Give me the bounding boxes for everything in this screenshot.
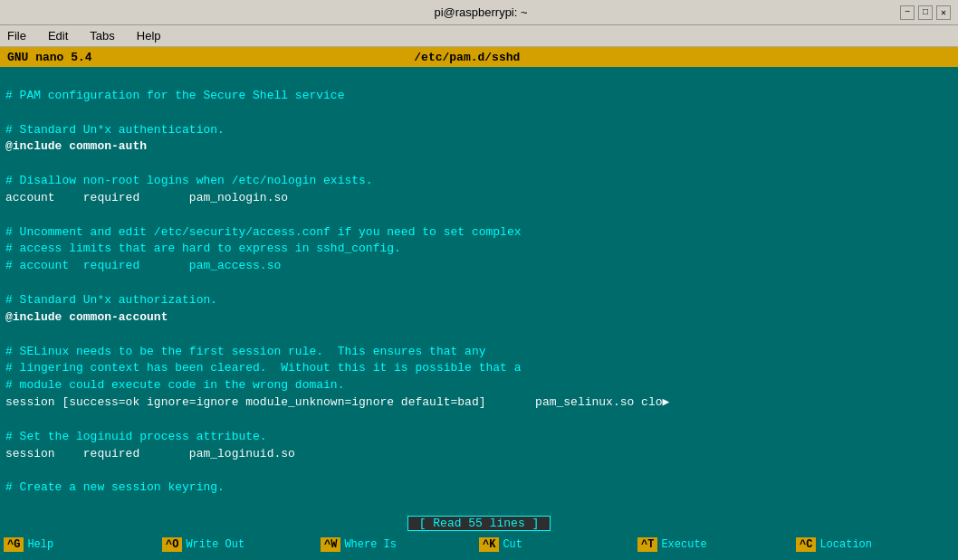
- titlebar-title: pi@raspberrypi: ~: [62, 5, 900, 19]
- menu-edit[interactable]: Edit: [44, 27, 72, 44]
- line-13: # Standard Un*x authorization.: [5, 293, 217, 307]
- label-location: Location: [819, 538, 872, 551]
- shortcut-cut: ^K Cut: [479, 537, 634, 552]
- line-22: session required pam_loginuid.so: [5, 447, 295, 460]
- line-14: @include common-account: [5, 310, 168, 324]
- key-writeout[interactable]: ^O: [162, 537, 182, 552]
- line-21: # Set the loginuid process attribute.: [5, 430, 267, 443]
- key-location[interactable]: ^C: [796, 537, 816, 552]
- shortcuts: ^G Help ^O Write Out ^W Where Is ^K Cut …: [0, 533, 958, 560]
- minimize-button[interactable]: −: [900, 5, 915, 20]
- label-cut: Cut: [503, 538, 522, 551]
- label-execute: Execute: [661, 538, 706, 551]
- titlebar-controls: − □ ✕: [900, 5, 951, 20]
- label-help: Help: [27, 538, 53, 551]
- line-2: [5, 106, 13, 119]
- status-message: [ Read 55 lines ]: [407, 516, 551, 531]
- line-9: # Uncomment and edit /etc/security/acces…: [5, 225, 522, 239]
- statusbar: [ Read 55 lines ]: [0, 513, 958, 533]
- key-cut[interactable]: ^K: [479, 537, 499, 552]
- menu-help[interactable]: Help: [133, 27, 165, 44]
- line-11: # account required pam_access.so: [5, 259, 281, 272]
- menu-file[interactable]: File: [4, 27, 30, 44]
- line-5: [5, 157, 13, 170]
- line-7: account required pam_nologin.so: [5, 191, 288, 204]
- line-3: # Standard Un*x authentication.: [5, 123, 225, 137]
- shortcut-whereis: ^W Where Is: [321, 537, 475, 552]
- line-4: @include common-auth: [5, 139, 147, 153]
- line-15: [5, 327, 13, 341]
- titlebar: pi@raspberrypi: ~ − □ ✕: [0, 0, 958, 25]
- line-23: [5, 463, 13, 477]
- shortcut-execute: ^T Execute: [637, 537, 792, 552]
- label-whereis: Where Is: [344, 538, 397, 551]
- line-6: # Disallow non-root logins when /etc/nol…: [5, 174, 373, 187]
- line-19: session [success=ok ignore=ignore module…: [5, 395, 669, 409]
- maximize-button[interactable]: □: [918, 5, 933, 20]
- nano-filename: /etc/pam.d/sshd: [414, 51, 520, 64]
- editor[interactable]: # PAM configuration for the Secure Shell…: [0, 67, 958, 513]
- shortcut-writeout: ^O Write Out: [162, 537, 317, 552]
- line-1: # PAM configuration for the Secure Shell…: [5, 89, 344, 102]
- line-10: # access limits that are hard to express…: [5, 242, 401, 255]
- shortcut-location: ^C Location: [796, 537, 951, 552]
- line-18: # module could execute code in the wrong…: [5, 378, 344, 392]
- key-whereis[interactable]: ^W: [321, 537, 340, 552]
- shortcut-row-1: ^G Help ^O Write Out ^W Where Is ^K Cut …: [0, 533, 958, 556]
- label-writeout: Write Out: [186, 538, 244, 551]
- nano-version: GNU nano 5.4: [7, 51, 92, 64]
- nano-header: GNU nano 5.4 /etc/pam.d/sshd: [0, 47, 958, 67]
- menu-tabs[interactable]: Tabs: [86, 27, 118, 44]
- line-24: # Create a new session keyring.: [5, 480, 225, 494]
- line-12: [5, 276, 13, 289]
- key-execute[interactable]: ^T: [637, 537, 657, 552]
- line-8: [5, 208, 13, 222]
- line-17: # lingering context has been cleared. Wi…: [5, 361, 522, 375]
- close-button[interactable]: ✕: [936, 5, 951, 20]
- shortcut-help: ^G Help: [4, 537, 158, 552]
- line-16: # SELinux needs to be the first session …: [5, 345, 486, 358]
- line-20: [5, 413, 13, 426]
- key-help[interactable]: ^G: [4, 537, 24, 552]
- shortcut-row-2: ^X Exit ^R Read File ^\ Replace ^U Paste…: [0, 556, 958, 560]
- menubar: File Edit Tabs Help: [0, 25, 958, 47]
